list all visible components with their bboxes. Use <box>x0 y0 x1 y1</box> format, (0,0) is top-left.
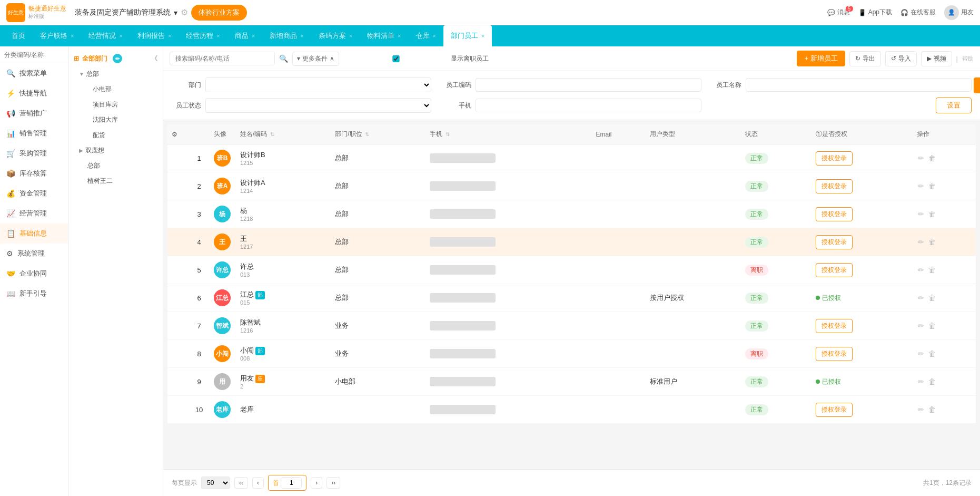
emp-code-input[interactable] <box>476 78 701 92</box>
add-employee-button[interactable]: + 新增员工 <box>797 51 845 66</box>
edit-icon[interactable]: ✏ <box>918 238 924 246</box>
nav-tab-商品[interactable]: 商品 × <box>227 25 262 46</box>
delete-icon[interactable]: 🗑 <box>928 238 936 246</box>
auth-button[interactable]: 授权登录 <box>816 403 853 417</box>
edit-icon[interactable]: ✏ <box>918 266 924 274</box>
tab-close-icon[interactable]: × <box>119 33 122 39</box>
tab-close-icon[interactable]: × <box>168 33 171 39</box>
prev-page-button[interactable]: ‹ <box>252 477 264 489</box>
sidebar-item-新手引导[interactable]: 📖新手引导 <box>0 284 68 304</box>
sidebar-item-搜索菜单[interactable]: 🔍搜索菜单 <box>0 63 68 83</box>
edit-icon[interactable]: ✏ <box>918 405 924 414</box>
last-page-button[interactable]: ›› <box>326 477 340 489</box>
dept-item-植树王二[interactable]: 植树王二 <box>68 173 163 189</box>
tab-close-icon[interactable]: × <box>349 33 352 39</box>
tab-close-icon[interactable]: × <box>398 33 401 39</box>
sidebar-search[interactable]: 🔍 <box>0 46 68 63</box>
sidebar-item-采购管理[interactable]: 🛒采购管理 <box>0 143 68 163</box>
search-input[interactable] <box>170 52 275 65</box>
dept-select[interactable] <box>205 77 431 92</box>
dropdown-arrow[interactable]: ▾ <box>174 8 177 17</box>
nav-tab-新增商品[interactable]: 新增商品 × <box>262 25 311 46</box>
first-page-button[interactable]: ‹‹ <box>234 477 248 489</box>
delete-icon[interactable]: 🗑 <box>928 294 936 302</box>
next-page-button[interactable]: › <box>311 477 322 489</box>
tab-close-icon[interactable]: × <box>71 33 74 39</box>
delete-icon[interactable]: 🗑 <box>928 154 936 162</box>
nav-tab-经营历程[interactable]: 经营历程 × <box>179 25 227 46</box>
delete-icon[interactable]: 🗑 <box>928 349 936 358</box>
nav-tab-仓库[interactable]: 仓库 × <box>409 25 443 46</box>
edit-icon[interactable]: ✏ <box>918 294 924 302</box>
sidebar-item-经营管理[interactable]: 📈经营管理 <box>0 203 68 223</box>
search-button[interactable]: 🔍 <box>279 54 288 63</box>
nav-tab-部门员工[interactable]: 部门员工 × <box>443 25 492 46</box>
auth-button[interactable]: 授权登录 <box>816 179 853 193</box>
show-resigned-checkbox[interactable]: 显示离职员工 <box>343 54 489 63</box>
app-download-button[interactable]: 📱 App下载 <box>858 8 892 17</box>
sidebar-item-基础信息[interactable]: 📋基础信息 <box>0 223 68 244</box>
sidebar-item-快捷导航[interactable]: ⚡快捷导航 <box>0 83 68 103</box>
delete-icon[interactable]: 🗑 <box>928 210 936 218</box>
sidebar-item-销售管理[interactable]: 📊销售管理 <box>0 123 68 143</box>
settings-icon[interactable]: ⚙ <box>181 7 188 17</box>
sidebar-search-input[interactable] <box>4 51 68 59</box>
experience-button[interactable]: 体验行业方案 <box>191 5 247 21</box>
status-select[interactable] <box>205 98 431 113</box>
video-button[interactable]: ▶ 视频 <box>921 51 952 66</box>
auth-button[interactable]: 授权登录 <box>816 263 853 277</box>
tab-close-icon[interactable]: × <box>433 33 436 39</box>
phone-input[interactable] <box>476 99 701 112</box>
auth-button[interactable]: 授权登录 <box>816 347 853 361</box>
tab-close-icon[interactable]: × <box>252 33 255 39</box>
nav-tab-经营情况[interactable]: 经营情况 × <box>81 25 130 46</box>
nav-tab-利润报告[interactable]: 利润报告 × <box>130 25 179 46</box>
edit-icon[interactable]: ✏ <box>918 210 924 218</box>
delete-icon[interactable]: 🗑 <box>928 322 936 330</box>
edit-icon[interactable]: ✏ <box>918 349 924 358</box>
user-menu[interactable]: 👤 用友 <box>944 5 974 20</box>
edit-icon[interactable]: ✏ <box>918 377 924 386</box>
delete-icon[interactable]: 🗑 <box>928 182 936 190</box>
page-input[interactable] <box>281 477 302 489</box>
tab-close-icon[interactable]: × <box>481 33 484 39</box>
dept-item-项目库房[interactable]: 项目库房 <box>68 97 163 112</box>
help-button[interactable]: | <box>956 55 958 63</box>
sidebar-item-系统管理[interactable]: ⚙系统管理 <box>0 244 68 264</box>
nav-tab-物料清单[interactable]: 物料清单 × <box>360 25 408 46</box>
th-phone[interactable]: 手机 ⇅ <box>425 124 591 144</box>
auth-button[interactable]: 授权登录 <box>816 319 853 333</box>
dept-item-小电部[interactable]: 小电部 <box>68 82 163 97</box>
th-setting[interactable]: ⚙ <box>167 124 189 144</box>
auth-button[interactable]: 授权登录 <box>816 151 853 166</box>
online-service-button[interactable]: 🎧 在线客服 <box>900 8 936 17</box>
message-button[interactable]: 💬 消息 5 <box>827 8 850 17</box>
dept-tree-all[interactable]: ⊞ 全部部门 ✏ 《 <box>68 51 163 66</box>
dept-item-总部[interactable]: ▼总部 <box>68 66 163 82</box>
nav-tab-条码方案[interactable]: 条码方案 × <box>311 25 360 46</box>
dept-item-配货[interactable]: 配货 <box>68 128 163 143</box>
edit-icon[interactable]: ✏ <box>918 182 924 190</box>
sidebar-item-企业协同[interactable]: 🤝企业协同 <box>0 264 68 284</box>
edit-icon[interactable]: ✏ <box>918 322 924 330</box>
th-dept[interactable]: 部门/职位 ⇅ <box>331 124 425 144</box>
dept-item-沈阳大库[interactable]: 沈阳大库 <box>68 112 163 128</box>
export-button[interactable]: ↻ 导出 <box>849 51 881 66</box>
delete-icon[interactable]: 🗑 <box>928 405 936 414</box>
query-button[interactable]: 查询 <box>974 77 980 93</box>
auth-button[interactable]: 授权登录 <box>816 235 853 249</box>
sidebar-item-资金管理[interactable]: 💰资金管理 <box>0 183 68 203</box>
dept-edit-icon[interactable]: ✏ <box>113 54 122 63</box>
nav-tab-客户联络[interactable]: 客户联络 × <box>33 25 81 46</box>
edit-icon[interactable]: ✏ <box>918 154 924 162</box>
tab-close-icon[interactable]: × <box>300 33 303 39</box>
nav-tab-首页[interactable]: 首页 <box>4 25 33 46</box>
sidebar-item-库存核算[interactable]: 📦库存核算 <box>0 163 68 183</box>
auth-button[interactable]: 授权登录 <box>816 207 853 221</box>
delete-icon[interactable]: 🗑 <box>928 266 936 274</box>
th-name[interactable]: 姓名/编码 ⇅ <box>236 124 331 144</box>
emp-name-input[interactable] <box>746 78 972 92</box>
reset-button[interactable]: 设置 <box>936 98 972 113</box>
dept-item-总部[interactable]: 总部 <box>68 158 163 173</box>
more-btn[interactable]: 帮助 <box>962 55 974 63</box>
